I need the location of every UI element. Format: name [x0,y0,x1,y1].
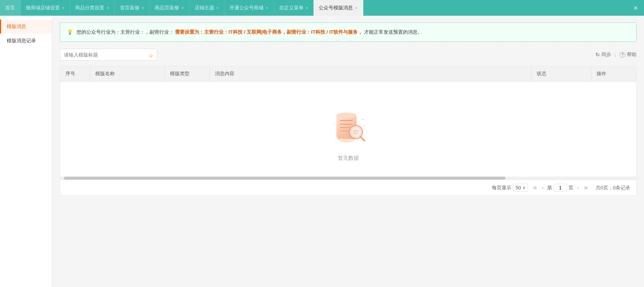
content-area: 💡 您的公众号行业为：主营行业：，副营行业： 需要设置为：主营行业：IT科技 /… [52,16,644,287]
close-icon[interactable]: × [62,6,64,10]
page-nav: ⊲ ‹ 第 页 › ⊳ [531,184,590,192]
tab-shop-settings[interactable]: 微商城店铺设置 × [21,0,70,16]
alert-prefix: 您的公众号行业为：主营行业：，副营行业： [77,29,174,35]
sidebar-item-template-msg-label: 模版消息 [7,24,26,29]
tab-custom-menu[interactable]: 自定义菜单 × [274,0,314,16]
topbar: 首页 微商城店铺设置 × 商品分类设置 × 首页装修 × 商品页装修 × 店铺主… [0,0,644,16]
col-name: 模版名称 [90,66,165,81]
sync-icon: ↻ [595,52,600,58]
svg-point-9 [351,127,361,137]
page-size-select: 每页显示 50 ∨ [492,184,528,192]
search-icon[interactable]: ⌕ [150,52,153,58]
divider: | [615,52,616,58]
alert-suffix: 才能正常发送预置的消息。 [364,29,422,35]
tab-shop-settings-label: 微商城店铺设置 [26,4,60,11]
page-prefix-label: 第 [547,184,552,191]
sync-label: 同步 [601,51,611,58]
tab-homepage-label: 首页装修 [120,4,139,11]
close-all-button[interactable]: ✕ [627,4,644,12]
tab-open-mall-label: 开通公众号商城 [229,4,264,11]
help-icon: ? [620,52,625,58]
col-action: 操作 [591,66,636,81]
close-icon[interactable]: × [306,6,308,10]
tab-home-label: 首页 [5,4,15,11]
table-header: 序号 模版名称 模版类型 消息内容 状态 操作 [60,66,636,82]
empty-illustration: ✦ ✦ ✦ [326,104,371,149]
tab-category-label: 商品分类设置 [75,4,104,11]
last-page-button[interactable]: ⊳ [583,184,590,191]
pagination-bar: 每页显示 50 ∨ ⊲ ‹ 第 页 › ⊳ [60,180,636,195]
main-layout: 模版消息 模版消息记录 💡 您的公众号行业为：主营行业：，副营行业： 需要设置为… [0,16,644,287]
search-input-wrap[interactable]: ⌕ [60,49,157,61]
tab-product-page-label: 商品页装修 [155,4,179,11]
dropdown-arrow-icon: ∨ [523,185,526,190]
page-unit-label: 页 [568,184,573,191]
tab-home[interactable]: 首页 [0,0,21,16]
tab-shop-theme[interactable]: 店铺主题 × [189,0,224,16]
svg-text:✦: ✦ [364,124,366,127]
tab-template-msg[interactable]: 公众号模版消息 × [314,0,363,16]
tab-custom-menu-label: 自定义菜单 [279,4,303,11]
close-icon[interactable]: × [266,6,268,10]
sidebar-item-template-msg-log-label: 模版消息记录 [7,38,36,43]
alert-box: 💡 您的公众号行业为：主营行业：，副营行业： 需要设置为：主营行业：IT科技 /… [60,22,637,42]
scroll-thumb[interactable] [64,177,505,180]
next-page-button[interactable]: › [576,184,580,191]
search-input[interactable] [64,52,150,58]
empty-state: ✦ ✦ ✦ 暂无数据 [60,82,636,177]
close-icon[interactable]: × [181,6,184,10]
prev-page-button[interactable]: ‹ [540,184,545,191]
page-input-wrap: 第 页 [547,184,573,192]
close-icon[interactable]: × [107,6,109,10]
sidebar-item-template-msg-log[interactable]: 模版消息记录 [0,34,52,48]
per-page-value: 50 [515,185,521,190]
sidebar: 模版消息 模版消息记录 [0,16,52,287]
col-index: 序号 [60,66,90,81]
tab-homepage[interactable]: 首页装修 × [115,0,150,16]
col-status: 状态 [531,66,591,81]
horizontal-scrollbar[interactable] [60,177,636,180]
svg-text:✦: ✦ [361,117,364,122]
tab-product-page[interactable]: 商品页装修 × [150,0,189,16]
sync-button[interactable]: ↻ 同步 [595,51,611,58]
empty-text: 暂无数据 [338,155,359,162]
search-bar: ⌕ ↻ 同步 | ? 帮助 [60,49,637,61]
per-page-dropdown[interactable]: 50 ∨ [513,184,528,192]
help-label: 帮助 [627,51,637,58]
col-type: 模版类型 [165,66,210,81]
svg-text:✦: ✦ [333,122,336,125]
sidebar-item-template-msg[interactable]: 模版消息 [0,19,52,34]
svg-point-7 [336,113,357,118]
alert-highlight: 需要设置为：主营行业：IT科技 / 互联网|电子商务，副营行业：IT科技 / I… [175,29,363,35]
bulb-icon: 💡 [67,29,73,35]
help-button[interactable]: ? 帮助 [620,51,637,58]
data-table: 序号 模版名称 模版类型 消息内容 状态 操作 [60,66,637,196]
close-icon[interactable]: × [355,6,357,10]
tab-template-msg-label: 公众号模版消息 [319,4,353,11]
tab-shop-theme-label: 店铺主题 [195,4,214,11]
close-icon[interactable]: × [216,6,219,10]
first-page-button[interactable]: ⊲ [531,184,538,191]
tab-open-mall[interactable]: 开通公众号商城 × [224,0,274,16]
tab-category[interactable]: 商品分类设置 × [70,0,114,16]
col-content: 消息内容 [210,66,531,81]
page-number-input[interactable] [554,184,567,192]
toolbar-right: ↻ 同步 | ? 帮助 [595,51,637,58]
close-icon[interactable]: × [142,6,144,10]
total-info: 共0页，0条记录 [596,184,630,191]
svg-line-10 [360,137,364,141]
per-page-label: 每页显示 [492,184,511,191]
